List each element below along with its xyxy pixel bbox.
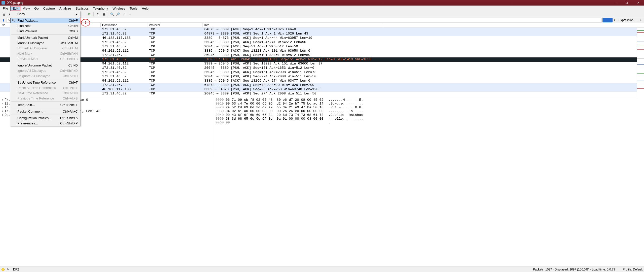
menu-separator <box>11 62 79 62</box>
main-toolbar: ▤ ◈ ⟳ ≡ ▦ 🔍 🔎 ⦾ ⫠ <box>0 11 644 17</box>
zoom-in-icon[interactable]: 🔍 <box>109 12 115 17</box>
packet-row[interactable]: 172.31.46.82TCP26045 → 3389 [PSH, ACK] S… <box>0 66 644 70</box>
packet-row[interactable]: 172.31.46.82TCP[TCP Dup ACK 4#1] 26045 →… <box>0 57 644 62</box>
edit-menu-dropdown: Copy▸Find Packet…Ctrl+FFind NextCtrl+NFi… <box>10 11 80 126</box>
restart-capture-icon[interactable]: ⟳ <box>87 12 92 17</box>
edit-capture-comment-icon[interactable]: ✎ <box>7 268 11 271</box>
menu-item-find-packet[interactable]: Find Packet…Ctrl+F <box>10 18 80 23</box>
toolbar-separator <box>93 12 94 16</box>
packet-list-pane[interactable]: 172.31.46.82TCP64873 → 3389 [ACK] Seq=1 … <box>0 27 644 97</box>
display-filter-bar: ▮ ▼ Expression… + <box>0 17 644 23</box>
column-header[interactable]: Protocol <box>147 23 203 27</box>
bookmark-filter-icon[interactable]: ▮ <box>1 18 6 22</box>
status-file-label: DP2 <box>13 268 19 271</box>
menu-separator <box>11 34 79 35</box>
packet-minimap[interactable] <box>637 28 644 97</box>
autoscroll-icon[interactable]: ≡ <box>95 12 100 17</box>
menu-item-find-next[interactable]: Find NextCtrl+N <box>10 23 80 28</box>
menu-item-unmark-all-displayed: Unmark All DisplayedCtrl+Alt+M <box>10 46 80 51</box>
maximize-button[interactable]: ☐ <box>621 0 632 6</box>
column-header[interactable]: Destination <box>101 23 147 27</box>
menu-item-previous-mark: Previous MarkCtrl+Shift+B <box>10 56 80 61</box>
menu-separator <box>11 79 79 79</box>
minimize-button[interactable]: ─ <box>609 0 621 6</box>
menu-telephony[interactable]: Telephony <box>91 6 110 11</box>
menu-help[interactable]: Help <box>140 6 151 11</box>
expression-button[interactable]: Expression… <box>617 18 638 22</box>
packet-row[interactable]: 172.31.46.82TCP64873 → 3389 [PSH, ACK] S… <box>0 32 644 36</box>
packet-row[interactable]: 172.31.46.82TCP26045 → 3389 [PSH, ACK] S… <box>0 40 644 45</box>
colorize-icon[interactable]: ▦ <box>101 12 106 17</box>
apply-filter-button[interactable] <box>602 18 613 22</box>
menu-item-previous-time-reference: Previous Time ReferenceCtrl+Alt+B <box>10 96 80 101</box>
menu-item-configuration-profiles[interactable]: Configuration Profiles…Ctrl+Shift+A <box>10 115 80 121</box>
menu-wireless[interactable]: Wireless <box>110 6 128 11</box>
column-header[interactable]: Info <box>203 23 384 27</box>
packet-row[interactable]: 46.183.117.188TCP3389 → 64873 [PSH, ACK]… <box>0 36 644 40</box>
packet-row[interactable]: 94.201.52.112TCP3389 → 26045 [ACK] Seq=1… <box>0 49 644 53</box>
packet-row[interactable]: 172.31.46.82TCP64873 → 3389 [ACK] Seq=1 … <box>0 27 644 32</box>
resize-columns-icon[interactable]: ⫠ <box>127 12 133 17</box>
add-filter-button[interactable]: + <box>638 18 643 22</box>
menu-separator <box>11 17 79 17</box>
zoom-out-icon[interactable]: 🔎 <box>115 12 121 17</box>
interfaces-icon[interactable]: ▤ <box>1 12 7 17</box>
menu-capture[interactable]: Capture <box>41 6 57 11</box>
display-filter-input[interactable] <box>7 18 601 23</box>
packet-row[interactable]: 46.183.117.188TCP3389 → 64873 [PSH, ACK]… <box>0 87 644 92</box>
annotation-number: 2 <box>85 21 87 24</box>
expert-info-icon[interactable] <box>2 268 5 271</box>
packet-row[interactable]: 172.31.46.82TCP26045 → 3389 [PSH, ACK] S… <box>0 92 644 96</box>
menu-item-set-unset-time-reference[interactable]: Set/Unset Time ReferenceCtrl+T <box>10 80 80 85</box>
svg-line-1 <box>14 21 15 22</box>
menu-view[interactable]: View <box>20 6 32 11</box>
packet-row[interactable]: 172.31.46.82TCP26045 → 3389 [ACK] Seq=51… <box>0 45 644 49</box>
menu-item-mark-all-displayed[interactable]: Mark All DisplayedCtrl+Shift+M <box>10 40 80 46</box>
toolbar-separator <box>108 12 108 16</box>
menu-item-next-mark: Next MarkCtrl+Shift+N <box>10 51 80 56</box>
title-bar: DP2.pcapng ─ ☐ ✕ <box>0 0 644 6</box>
menu-item-packet-comment[interactable]: Packet Comment…Ctrl+Alt+C <box>10 109 80 114</box>
packet-row[interactable]: 172.31.46.82TCP64873 → 3389 [PSH, ACK] S… <box>0 83 644 87</box>
packet-list-headers: NoDestinationProtocolInfo <box>0 23 644 27</box>
svg-point-0 <box>12 19 14 21</box>
status-profile[interactable]: Profile: Default <box>623 268 642 271</box>
menu-tools[interactable]: Tools <box>127 6 139 11</box>
menu-file[interactable]: File <box>1 6 10 11</box>
menu-item-time-shift[interactable]: Time Shift…Ctrl+Shift+T <box>10 102 80 108</box>
packet-row[interactable]: 94.201.52.112TCP3389 → 26045 [ACK] Seq=1… <box>0 79 644 83</box>
packet-bytes-pane[interactable]: 0000001000200030004000500060 06 71 09 cb… <box>214 97 644 157</box>
menu-item-unset-all-time-references: Unset All Time ReferencesCtrl+Alt+T <box>10 85 80 90</box>
filter-history-dropdown[interactable]: ▼ <box>613 19 617 21</box>
menu-item-unignore-all-displayed: Unignore All DisplayedCtrl+Alt+D <box>10 73 80 79</box>
zoom-reset-icon[interactable]: ⦾ <box>121 12 127 17</box>
menu-statistics[interactable]: Statistics <box>73 6 91 11</box>
window-title: DP2.pcapng <box>7 1 23 5</box>
menu-separator <box>11 101 79 102</box>
status-packet-counts: Packets: 1097 · Displayed: 1097 (100.0%)… <box>533 268 615 271</box>
app-logo-icon <box>2 1 5 5</box>
menu-item-mark-unmark-packet[interactable]: Mark/Unmark PacketCtrl+M <box>10 35 80 40</box>
menu-separator <box>11 115 79 115</box>
menu-item-find-previous[interactable]: Find PreviousCtrl+B <box>10 28 80 34</box>
status-bar: ✎ DP2 Packets: 1097 · Displayed: 1097 (1… <box>0 266 644 272</box>
annotation-circle: 2 <box>81 19 90 26</box>
menu-item-preferences[interactable]: Preferences…Ctrl+Shift+P <box>10 121 80 126</box>
packet-row[interactable]: 172.31.46.82TCP26045 → 3389 [PSH, ACK] S… <box>0 75 644 79</box>
packet-row[interactable]: 172.31.46.82TCP26045 → 3389 [PSH, ACK] S… <box>0 53 644 57</box>
menu-item-ignore-all-displayed: Ignore All DisplayedCtrl+Shift+D <box>10 68 80 73</box>
menu-item-ignore-unignore-packet[interactable]: Ignore/Unignore PacketCtrl+D <box>10 63 80 68</box>
packet-row[interactable]: 94.201.52.112TCP3389 → 26045 [PSH, ACK] … <box>0 62 644 66</box>
detail-panes: ›Fr… es captured (776 bits) on interface… <box>0 97 644 157</box>
menu-bar: FileEditViewGoCaptureAnalyzeStatisticsTe… <box>0 6 644 11</box>
close-button[interactable]: ✕ <box>632 0 644 6</box>
menu-item-copy[interactable]: Copy▸ <box>10 11 80 17</box>
menu-item-next-time-reference: Next Time ReferenceCtrl+Alt+N <box>10 90 80 96</box>
menu-analyze[interactable]: Analyze <box>57 6 73 11</box>
menu-separator <box>11 108 79 108</box>
menu-go[interactable]: Go <box>32 6 41 11</box>
menu-edit[interactable]: Edit <box>10 6 20 11</box>
packet-row[interactable]: 172.31.46.82TCP26045 → 3389 [PSH, ACK] S… <box>0 70 644 75</box>
